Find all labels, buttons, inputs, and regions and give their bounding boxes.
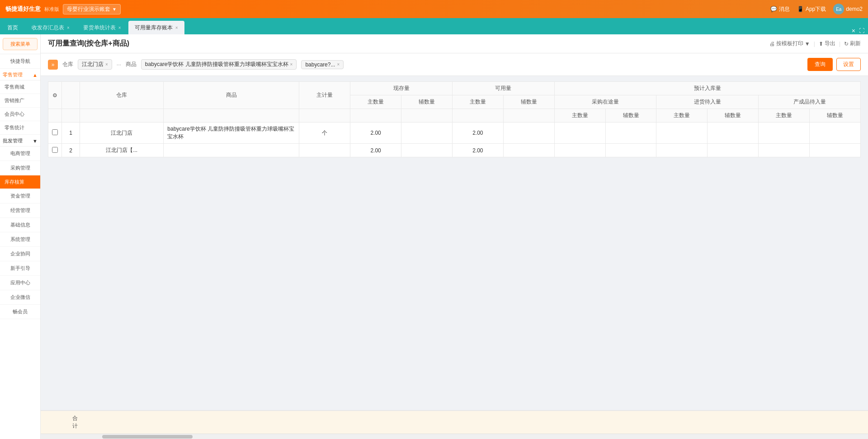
cell-checkbox[interactable] — [48, 123, 62, 144]
cell-pro-main — [759, 123, 810, 144]
filter-more-icon[interactable]: ··· — [117, 61, 121, 68]
filter-bar: » 仓库 江北门店 × ··· 商品 babycare学饮杯 儿童防摔防撞吸管杯… — [41, 53, 868, 76]
cell-warehouse: 江北门店【... — [80, 144, 164, 157]
export-icon: ⬆ — [819, 41, 823, 47]
goods-filter-clear1-icon[interactable]: × — [290, 62, 293, 67]
th-setting[interactable]: ⚙ — [48, 82, 62, 109]
user-profile-btn[interactable]: Ea demo2 — [833, 4, 863, 14]
th-warehouse: 仓库 — [80, 82, 164, 109]
sidebar-item-ecommerce[interactable]: 电商管理 — [0, 146, 40, 161]
sidebar-search-area: 搜索菜单 — [0, 34, 40, 54]
sidebar-item-quick-nav[interactable]: 快捷导航 — [0, 54, 40, 69]
tab-order-stats[interactable]: 要货单统计表 × — [77, 21, 127, 34]
fullscreen-icon[interactable]: ⛶ — [859, 28, 864, 34]
sidebar-section-retail[interactable]: 零售管理 ▲ — [0, 69, 40, 80]
sidebar-item-purchase[interactable]: 采购管理 — [0, 161, 40, 175]
tab-available-stock-close[interactable]: × — [175, 25, 178, 30]
th-pur-main: 主数量 — [554, 109, 605, 123]
sidebar-item-marketing[interactable]: 营销推广 — [0, 94, 40, 108]
query-btn[interactable]: 查询 — [807, 58, 833, 71]
sidebar-item-membership[interactable]: 会员中心 — [0, 108, 40, 121]
setting-btn[interactable]: 设置 — [836, 58, 861, 71]
sidebar-item-basic-info[interactable]: 基础信息 — [0, 218, 40, 232]
data-table: ⚙ 仓库 商品 主计量 现存量 可用量 预计入库量 主数量 辅数量 主数量 辅数… — [48, 81, 861, 157]
tab-home[interactable]: 首页 — [1, 21, 24, 34]
tab-receipt[interactable]: 收发存汇总表 × — [25, 21, 76, 34]
goods-filter-tag1[interactable]: babycare学饮杯 儿童防摔防撞吸管杯重力球吸嘴杯宝宝水杯 × — [141, 59, 297, 70]
tab-available-stock[interactable]: 可用量库存账本 × — [128, 21, 184, 34]
refresh-btn[interactable]: ↻ 刷新 — [844, 40, 861, 47]
th-unit: 主计量 — [299, 82, 350, 109]
th-pro-main: 主数量 — [759, 109, 810, 123]
sidebar-item-finance[interactable]: 资金管理 — [0, 189, 40, 203]
th-empty5 — [299, 109, 350, 123]
sidebar-item-operations[interactable]: 经营管理 — [0, 203, 40, 218]
cell-avail-aux — [503, 123, 554, 144]
cell-pro-aux — [810, 144, 861, 157]
template-print-btn[interactable]: 🖨 按模板打印 ▼ — [769, 40, 810, 47]
sidebar-item-new-guide[interactable]: 新手引导 — [0, 261, 40, 276]
sidebar-item-system[interactable]: 系统管理 — [0, 232, 40, 247]
table-area: ⚙ 仓库 商品 主计量 现存量 可用量 预计入库量 主数量 辅数量 主数量 辅数… — [41, 76, 868, 410]
chevron-down-icon: ▼ — [33, 138, 38, 144]
top-bar-left: 畅捷通好生意 标准版 母婴行业演示账套 ▼ — [5, 4, 121, 14]
sidebar-item-retail-stats[interactable]: 零售统计 — [0, 121, 40, 135]
username-label: demo2 — [846, 6, 863, 12]
content-area: 可用量查询(按仓库+商品) 🖨 按模板打印 ▼ | ⬆ 导出 | ↻ 刷新 — [41, 34, 868, 439]
summary-label-text: 合计 — [48, 415, 861, 430]
chevron-up-icon: ▲ — [33, 72, 38, 78]
scroll-bar[interactable] — [41, 434, 868, 439]
page-title: 可用量查询(按仓库+商品) — [48, 39, 129, 53]
top-bar: 畅捷通好生意 标准版 母婴行业演示账套 ▼ 💬 消息 📱 App下载 Ea de… — [0, 0, 868, 18]
sidebar-item-vip[interactable]: 畅会员 — [0, 305, 40, 319]
goods-filter-label: 商品 — [126, 61, 137, 68]
table-body: 1 江北门店 babycare学饮杯 儿童防摔防撞吸管杯重力球吸嘴杯宝宝水杯 个… — [48, 123, 861, 157]
export-btn[interactable]: ⬆ 导出 — [819, 40, 835, 47]
cell-checkbox[interactable] — [48, 144, 62, 157]
sidebar-item-enterprise-wechat[interactable]: 企业微信 — [0, 290, 40, 305]
th-production-group: 产成品待入量 — [759, 95, 861, 109]
sidebar-item-retail-mall[interactable]: 零售商城 — [0, 80, 40, 94]
messages-btn[interactable]: 💬 消息 — [770, 5, 790, 13]
app-download-label: App下载 — [806, 5, 826, 13]
th-empty2 — [62, 109, 80, 123]
account-selector[interactable]: 母婴行业演示账套 ▼ — [63, 4, 121, 14]
cell-pur-main — [554, 123, 605, 144]
cell-pur-aux — [605, 144, 656, 157]
th-current-main: 主数量 — [350, 95, 401, 109]
th-pro-aux: 辅数量 — [810, 109, 861, 123]
sidebar-item-inventory[interactable]: 库存核算 — [0, 175, 40, 189]
tab-receipt-close[interactable]: × — [67, 25, 70, 30]
sidebar-section-wholesale[interactable]: 批发管理 ▼ — [0, 135, 40, 146]
goods-filter-tag2[interactable]: babycare?... × — [301, 60, 344, 69]
th-empty1 — [48, 109, 62, 123]
app-download-btn[interactable]: 📱 App下载 — [797, 5, 826, 13]
filter-expand-btn[interactable]: » — [48, 60, 58, 70]
th-purchase-group: 采购在途量 — [554, 95, 656, 109]
cell-current-aux — [401, 123, 453, 144]
tab-order-stats-close[interactable]: × — [118, 25, 121, 30]
warehouse-filter-clear-icon[interactable]: × — [105, 62, 108, 67]
page-header-actions: 🖨 按模板打印 ▼ | ⬆ 导出 | ↻ 刷新 — [769, 40, 861, 52]
th-avail-main: 主数量 — [452, 95, 503, 109]
th-current-group: 现存量 — [350, 82, 453, 95]
dropdown-icon: ▼ — [805, 41, 810, 47]
cell-pur-main — [554, 144, 605, 157]
cell-pur-aux — [605, 123, 656, 144]
cell-avail-aux — [503, 144, 554, 157]
warehouse-filter-tag[interactable]: 江北门店 × — [78, 59, 112, 70]
search-menu-btn[interactable]: 搜索菜单 — [3, 38, 38, 50]
sidebar-item-enterprise[interactable]: 企业协同 — [0, 247, 40, 261]
cell-inc-main — [656, 144, 708, 157]
th-goods: 商品 — [164, 82, 299, 109]
goods-filter-clear2-icon[interactable]: × — [337, 62, 340, 67]
summary-text: 合计 — [48, 415, 80, 430]
goods-filter-value1: babycare学饮杯 儿童防摔防撞吸管杯重力球吸嘴杯宝宝水杯 — [145, 61, 288, 68]
avatar: Ea — [833, 4, 844, 14]
close-all-tabs-icon[interactable]: × — [852, 27, 855, 34]
th-inc-aux: 辅数量 — [708, 109, 759, 123]
sidebar-item-app-center[interactable]: 应用中心 — [0, 276, 40, 290]
cell-inc-aux — [708, 123, 759, 144]
th-empty4 — [164, 109, 299, 123]
scroll-thumb[interactable] — [102, 435, 193, 439]
